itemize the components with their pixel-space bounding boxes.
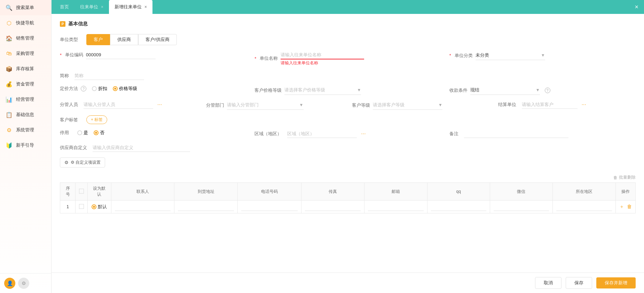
unit-category-select[interactable]: 未分类 ▼: [476, 51, 545, 60]
row-checkbox[interactable]: [79, 204, 84, 209]
row-seq: 1: [60, 201, 76, 213]
short-name-label: 简称: [60, 73, 69, 79]
customer-price-level-placeholder: 请选择客户价格等级: [284, 87, 355, 93]
row-default-radio[interactable]: 默认: [91, 204, 108, 210]
type-btn-customer[interactable]: 客户: [86, 34, 110, 45]
col-address: 到货地址: [174, 183, 238, 201]
sidebar: 🔍 搜索菜单 ⬡ 快捷导航 🏠 销售管理 🛍 采购管理 📦 库存核算 💰 资金管…: [0, 0, 52, 293]
sidebar-item-search[interactable]: 🔍 搜索菜单: [0, 0, 51, 15]
row-email[interactable]: [364, 201, 427, 213]
code-name-category-row: * 单位编码 * 单位名称 请输入往来单位名称 * 单位分类 未分类 ▼: [60, 51, 636, 66]
trash-icon: 🗑: [613, 175, 618, 180]
select-all-checkbox[interactable]: [79, 189, 84, 194]
sidebar-item-basic-info[interactable]: 📋 基础信息: [0, 107, 51, 122]
manager-more-btn[interactable]: ···: [156, 101, 163, 108]
pricing-discount-radio[interactable]: 折扣: [92, 86, 107, 92]
disabled-no-radio[interactable]: 否: [94, 130, 104, 136]
disabled-radio-group: 是 否: [77, 130, 104, 136]
custom-settings-wrap: ⚙ ⚙ 自定义项设置: [60, 157, 636, 172]
type-btn-supplier[interactable]: 供应商: [110, 34, 138, 45]
pricing-level-radio[interactable]: 价格等级: [113, 86, 137, 92]
row-region[interactable]: [552, 201, 615, 213]
settings-avatar[interactable]: ⚙: [18, 278, 29, 289]
row-qq[interactable]: [427, 201, 490, 213]
department-select[interactable]: 请输入分管部门 ▼: [227, 100, 304, 110]
remark-field: 备注: [449, 130, 636, 138]
unit-name-input[interactable]: [281, 51, 364, 59]
disabled-yes-radio[interactable]: 是: [77, 130, 88, 136]
row-wechat-input[interactable]: [494, 203, 549, 211]
customer-tag-label: 客户标签: [60, 117, 78, 123]
tab-partners[interactable]: 往来单位 ×: [74, 0, 109, 14]
sidebar-item-sales[interactable]: 🏠 销售管理: [0, 31, 51, 46]
save-button[interactable]: 保存: [566, 277, 592, 289]
unit-category-value: 未分类: [476, 52, 540, 58]
sidebar-item-operations[interactable]: 📊 经营管理: [0, 92, 51, 107]
payment-terms-arrow: ▼: [536, 88, 540, 92]
save-new-button[interactable]: 保存并新增: [596, 277, 636, 288]
user-avatar[interactable]: 👤: [4, 278, 15, 289]
custom-settings-button[interactable]: ⚙ ⚙ 自定义项设置: [60, 157, 105, 168]
row-phone-input[interactable]: [241, 203, 298, 211]
manager-input[interactable]: [84, 100, 153, 109]
sidebar-item-inventory[interactable]: 📦 库存核算: [0, 61, 51, 76]
payment-terms-value: 现结: [470, 87, 534, 93]
batch-delete-button[interactable]: 🗑 批量删除: [613, 174, 636, 180]
tab-partners-close[interactable]: ×: [101, 5, 103, 9]
disabled-no-circle: [94, 130, 99, 135]
sidebar-item-system[interactable]: ⚙ 系统管理: [0, 122, 51, 138]
unit-code-input[interactable]: [86, 51, 156, 59]
main-close-button[interactable]: ×: [632, 3, 641, 11]
pricing-row: 定价方法 ? 折扣 价格等级 客户价格等级 请选择客户价格等级: [60, 86, 636, 95]
pricing-help-icon[interactable]: ?: [81, 86, 86, 91]
row-region-input[interactable]: [556, 203, 612, 211]
row-contact[interactable]: [111, 201, 174, 213]
customer-price-level-field: 客户价格等级 请选择客户价格等级 ▼: [254, 86, 441, 95]
row-contact-input[interactable]: [115, 203, 171, 211]
disabled-label: 停用: [60, 130, 69, 136]
sidebar-item-finance[interactable]: 💰 资金管理: [0, 76, 51, 92]
unit-type-label: 单位类型: [60, 36, 78, 43]
region-input[interactable]: [287, 130, 357, 138]
unit-name-field: * 单位名称 请输入往来单位名称: [254, 51, 441, 66]
row-fax[interactable]: [301, 201, 364, 213]
row-address[interactable]: [174, 201, 238, 213]
row-checkbox-cell[interactable]: [76, 201, 88, 213]
payment-help-icon[interactable]: ?: [545, 88, 550, 93]
search-icon: 🔍: [6, 4, 13, 11]
sidebar-item-quick-nav[interactable]: ⬡ 快捷导航: [0, 15, 51, 31]
payment-terms-select[interactable]: 现结 ▼: [470, 86, 540, 95]
row-fax-input[interactable]: [305, 203, 361, 211]
row-phone[interactable]: [238, 201, 301, 213]
short-name-row: 简称: [60, 72, 636, 80]
row-qq-input[interactable]: [431, 203, 486, 211]
row-default[interactable]: 默认: [88, 201, 111, 213]
remark-input[interactable]: [464, 130, 568, 138]
category-dropdown-arrow: ▼: [541, 53, 545, 58]
region-more-btn[interactable]: ···: [360, 131, 367, 137]
sidebar-item-guide[interactable]: 🔰 新手引导: [0, 138, 51, 153]
tab-new-partner[interactable]: 新增往来单位 ×: [109, 0, 152, 14]
cancel-button[interactable]: 取消: [535, 277, 561, 289]
section-title: P 基本信息: [60, 21, 636, 27]
add-tag-button[interactable]: + 标签: [86, 115, 107, 124]
customer-level-select[interactable]: 请选择客户等级 ▼: [373, 100, 442, 110]
sidebar-item-purchase[interactable]: 🛍 采购管理: [0, 46, 51, 61]
tab-home[interactable]: 首页: [54, 0, 74, 14]
supplier-custom-input[interactable]: [93, 144, 190, 152]
tab-new-partner-close[interactable]: ×: [144, 5, 147, 9]
col-checkbox[interactable]: [76, 183, 88, 201]
type-btn-both[interactable]: 客户/供应商: [138, 34, 177, 45]
short-name-input[interactable]: [74, 72, 144, 80]
settlement-more-btn[interactable]: ···: [580, 101, 588, 108]
sidebar-footer: 👤 ⚙: [0, 273, 51, 293]
row-delete-icon[interactable]: 🗑: [627, 204, 632, 210]
payment-terms-label: 收款条件: [449, 87, 468, 93]
row-address-input[interactable]: [178, 203, 234, 211]
settlement-unit-input[interactable]: [522, 100, 578, 109]
customer-price-level-select[interactable]: 请选择客户价格等级 ▼: [284, 86, 361, 95]
row-email-input[interactable]: [368, 203, 424, 211]
finance-icon: 💰: [6, 81, 13, 88]
row-add-icon[interactable]: ＋: [619, 204, 624, 210]
row-wechat[interactable]: [490, 201, 552, 213]
